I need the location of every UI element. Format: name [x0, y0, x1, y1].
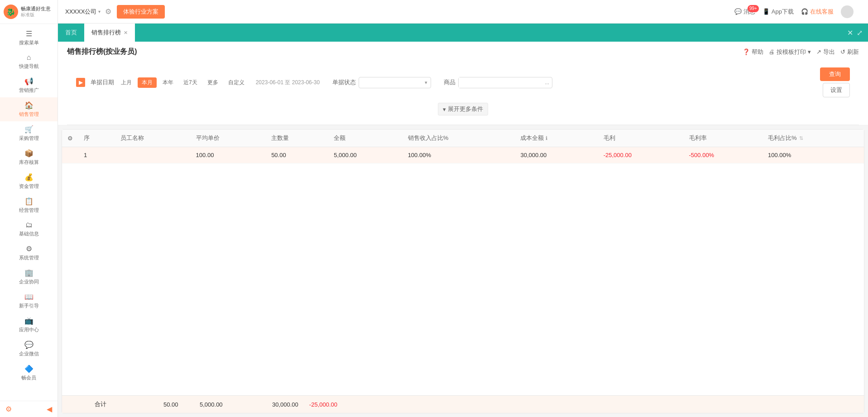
date-btn-7days[interactable]: 近7天	[179, 77, 201, 88]
date-btn-this-month[interactable]: 本月	[138, 77, 157, 88]
tabbar-actions: ✕ ⤢	[842, 29, 868, 37]
cell-avg-price: 100.00	[191, 147, 266, 163]
refresh-button[interactable]: ↺ 刷新	[840, 48, 859, 56]
app-download-button[interactable]: 📱 App下载	[762, 8, 794, 16]
trial-button[interactable]: 体验行业方案	[117, 5, 165, 19]
cost-info-icon[interactable]: ℹ	[546, 135, 547, 141]
sidebar-item-shortcut[interactable]: ⌂ 快捷导航	[0, 50, 58, 73]
col-gross: 毛利	[598, 129, 684, 147]
inventory-icon: 📦	[24, 149, 34, 158]
sidebar-item-label: 库存核算	[19, 159, 39, 166]
filter-toggle-button[interactable]: ▶	[76, 78, 85, 87]
cell-amount: 5,000.00	[328, 147, 402, 163]
date-btn-last-month[interactable]: 上月	[117, 77, 136, 88]
sidebar-item-system[interactable]: ⚙ 系统管理	[0, 241, 58, 265]
sidebar-item-enterprise[interactable]: 🏢 企业协同	[0, 265, 58, 289]
topbar: XXXXX公司 ▾ ⚙ 体验行业方案 💬 消息 99+ 📱 App下载 🎧 在线…	[58, 0, 868, 24]
tabbar: 首页 销售排行榜 ✕ ✕ ⤢	[58, 24, 868, 42]
sidebar-item-search[interactable]: ☰ 搜索菜单	[0, 26, 58, 50]
sidebar-item-label: 快捷导航	[19, 63, 39, 70]
query-button[interactable]: 查询	[820, 67, 850, 81]
footer-main-qty: 50.00	[158, 401, 194, 408]
sidebar-item-label: 销售管理	[19, 111, 39, 118]
col-amount: 全额	[328, 129, 402, 147]
headset-icon: 🎧	[801, 8, 808, 15]
company-selector[interactable]: XXXXX公司 ▾	[65, 8, 101, 16]
print-chevron-icon: ▾	[808, 48, 811, 55]
col-sales-pct: 销售收入占比%	[403, 129, 515, 147]
system-icon: ⚙	[26, 244, 32, 253]
col-rank: 序	[78, 129, 115, 147]
sidebar-item-appstore[interactable]: 📺 应用中心	[0, 313, 58, 337]
tab-close-window-icon[interactable]: ✕	[847, 29, 853, 37]
template-print-button[interactable]: 🖨 按模板打印 ▾	[769, 48, 811, 56]
help-icon: ❓	[743, 48, 750, 55]
sidebar-item-marketing[interactable]: 📢 营销推广	[0, 73, 58, 97]
col-settings[interactable]: ⚙	[62, 129, 78, 147]
basic-icon: 🗂	[25, 221, 33, 229]
sidebar-item-label: 资金管理	[19, 183, 39, 190]
sidebar-item-vip[interactable]: 🔷 畅会员	[0, 361, 58, 385]
sidebar-item-inventory[interactable]: 📦 库存核算	[0, 145, 58, 169]
sidebar-item-guide[interactable]: 📖 新手引导	[0, 289, 58, 313]
gear-icon[interactable]: ⚙	[105, 7, 111, 16]
collapse-sidebar-icon[interactable]: ◀	[47, 405, 52, 413]
status-filter: 单据状态	[332, 77, 431, 88]
col-gross-pct: 毛利占比% ⇅	[762, 129, 864, 147]
tab-home[interactable]: 首页	[58, 24, 84, 42]
goods-more-icon[interactable]: ...	[542, 79, 552, 86]
cell-settings	[62, 147, 78, 163]
tab-home-label: 首页	[65, 29, 77, 37]
company-name: XXXXX公司	[65, 8, 96, 16]
cell-rank: 1	[78, 147, 115, 163]
col-cost: 成本全额 ℹ	[515, 129, 598, 147]
goods-input[interactable]	[459, 77, 542, 88]
sidebar-item-sales[interactable]: 🏠 销售管理	[0, 97, 58, 121]
date-btn-more[interactable]: 更多	[203, 77, 222, 88]
page-title-row: 销售排行榜(按业务员) ❓ 帮助 🖨 按模板打印 ▾ ↗ 导出	[67, 47, 859, 57]
col-name: 员工名称	[115, 129, 191, 147]
tab-sales-rank[interactable]: 销售排行榜 ✕	[84, 24, 135, 42]
page-actions: ❓ 帮助 🖨 按模板打印 ▾ ↗ 导出 ↺ 刷新	[743, 48, 859, 56]
export-button[interactable]: ↗ 导出	[816, 48, 835, 56]
help-button[interactable]: ❓ 帮助	[743, 48, 763, 56]
appstore-icon: 📺	[24, 316, 34, 325]
cell-gross-pct: 100.00%	[762, 147, 864, 163]
page-title: 销售排行榜(按业务员)	[67, 47, 137, 57]
filter-area: ▶ 单据日期 上月 本月 本年 近7天 更多 自定义 2023-06	[67, 62, 859, 125]
column-settings-button[interactable]: 设置	[823, 83, 850, 97]
col-gross-rate: 毛利率	[684, 129, 763, 147]
settings-footer-icon[interactable]: ⚙	[5, 405, 12, 413]
enterprise-icon: 🏢	[24, 268, 34, 277]
expand-more-button[interactable]: ▾ 展开更多条件	[438, 103, 488, 115]
sidebar-item-wechat[interactable]: 💬 企业微信	[0, 337, 58, 361]
sidebar-item-label: 新手引导	[19, 302, 39, 309]
page-content: 销售排行榜(按业务员) ❓ 帮助 🖨 按模板打印 ▾ ↗ 导出	[58, 42, 868, 417]
tab-restore-icon[interactable]: ⤢	[857, 29, 863, 37]
user-avatar[interactable]	[841, 5, 854, 18]
date-btn-custom[interactable]: 自定义	[224, 77, 249, 88]
status-select[interactable]	[359, 77, 431, 88]
message-icon: 💬	[734, 8, 742, 15]
table-row: 1 100.00 50.00 5,000.00 100.00% 30,000.0…	[62, 147, 864, 163]
message-button[interactable]: 💬 消息 99+	[734, 8, 755, 16]
tab-close-icon[interactable]: ✕	[124, 30, 128, 36]
sidebar-item-basic[interactable]: 🗂 基础信息	[0, 217, 58, 241]
main-area: XXXXX公司 ▾ ⚙ 体验行业方案 💬 消息 99+ 📱 App下载 🎧 在线…	[58, 0, 868, 417]
goods-filter: 商品 ...	[444, 77, 552, 88]
sidebar-item-operation[interactable]: 📋 经营管理	[0, 193, 58, 217]
logo-icon: 🐉	[4, 5, 18, 19]
chevron-down-icon: ▾	[443, 106, 446, 113]
sidebar-footer: ⚙ ◀	[0, 401, 58, 417]
online-service-button[interactable]: 🎧 在线客服	[801, 8, 834, 16]
gross-pct-sort-icon[interactable]: ⇅	[799, 135, 803, 141]
sidebar-item-finance[interactable]: 💰 资金管理	[0, 169, 58, 193]
table-header-row: ⚙ 序 员工名称 平均单价 主数量 全额 销售收入占比% 成本全额 ℹ 毛利 毛…	[62, 129, 864, 147]
sidebar-item-purchase[interactable]: 🛒 采购管理	[0, 121, 58, 145]
filter-row: ▶ 单据日期 上月 本月 本年 近7天 更多 自定义 2023-06	[76, 67, 850, 97]
wechat-icon: 💬	[24, 340, 34, 349]
col-avg-price: 平均单价	[191, 129, 266, 147]
date-btn-this-year[interactable]: 本年	[158, 77, 177, 88]
sales-icon: 🏠	[24, 101, 34, 110]
date-label: 单据日期	[91, 78, 114, 86]
